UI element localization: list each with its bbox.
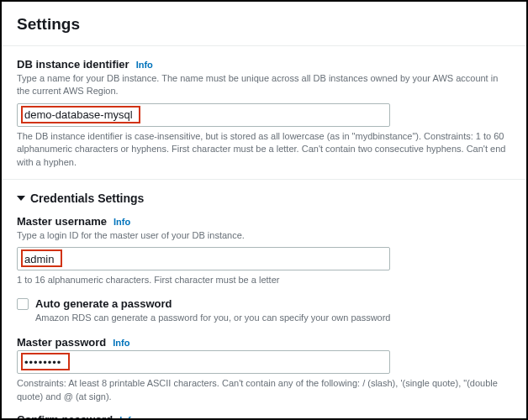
auto-generate-field: Auto generate a password Amazon RDS can … bbox=[17, 297, 511, 324]
master-password-label: Master password bbox=[17, 336, 106, 349]
caret-down-icon bbox=[17, 196, 25, 201]
auto-generate-help: Amazon RDS can generate a password for y… bbox=[35, 312, 511, 324]
credentials-section-label: Credentials Settings bbox=[30, 192, 144, 205]
confirm-password-info-link[interactable]: Info bbox=[119, 415, 136, 420]
master-username-info-link[interactable]: Info bbox=[114, 217, 130, 227]
db-identifier-info-link[interactable]: Info bbox=[136, 60, 153, 70]
master-username-constraint: 1 to 16 alphanumeric characters. First c… bbox=[17, 274, 511, 286]
master-username-help: Type a login ID for the master user of y… bbox=[17, 229, 511, 242]
master-password-input[interactable] bbox=[17, 350, 390, 374]
divider bbox=[2, 45, 526, 46]
master-password-info-link[interactable]: Info bbox=[113, 338, 129, 348]
master-username-field: Master username Info Type a login ID for… bbox=[17, 215, 511, 287]
master-username-input[interactable] bbox=[17, 247, 390, 270]
credentials-section-toggle[interactable]: Credentials Settings bbox=[17, 192, 511, 205]
divider bbox=[2, 179, 526, 180]
master-password-constraint: Constraints: At least 8 printable ASCII … bbox=[17, 377, 511, 403]
confirm-password-field: Confirm password Info bbox=[17, 413, 511, 420]
auto-generate-label: Auto generate a password bbox=[35, 297, 172, 310]
master-username-label: Master username bbox=[17, 215, 107, 228]
confirm-password-label: Confirm password bbox=[17, 413, 113, 420]
auto-generate-checkbox[interactable] bbox=[17, 298, 29, 310]
db-identifier-help: Type a name for your DB instance. The na… bbox=[17, 72, 511, 98]
master-password-field: Master password Info Constraints: At lea… bbox=[17, 336, 511, 403]
db-identifier-input[interactable] bbox=[17, 103, 390, 127]
db-identifier-field: DB instance identifier Info Type a name … bbox=[17, 58, 511, 169]
db-identifier-constraint: The DB instance identifier is case-insen… bbox=[17, 130, 511, 169]
db-identifier-label: DB instance identifier bbox=[17, 58, 129, 71]
page-title: Settings bbox=[17, 15, 511, 34]
